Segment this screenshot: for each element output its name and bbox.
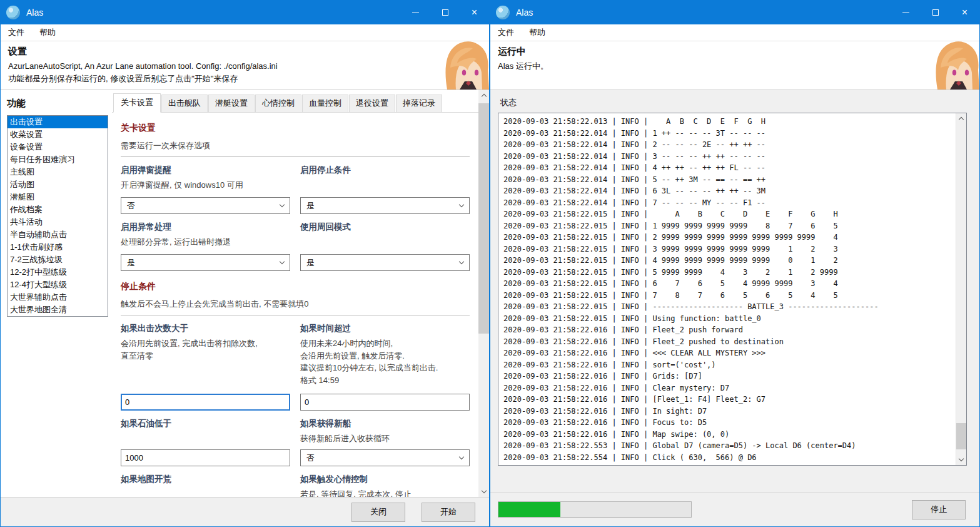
scrollbar-thumb[interactable] — [956, 423, 966, 449]
close-button[interactable]: × — [950, 1, 979, 24]
log-line: 2020-09-03 21:58:22.016 | INFO | Grids: … — [503, 371, 956, 382]
log-line: 2020-09-03 21:58:22.554 | INFO | Click (… — [503, 452, 956, 464]
settings-header: 设置 AzurLaneAutoScript, An Azur Lane auto… — [1, 41, 489, 90]
field-if-count: 如果出击次数大于 会沿用先前设置, 完成出击将扣除次数, 直至清零 — [121, 323, 290, 411]
sidebar-title: 功能 — [7, 98, 108, 110]
section-desc-stage: 需要运行一次来保存选项 — [121, 140, 470, 151]
log-output[interactable]: 2020-09-03 21:58:22.013 | INFO | A B C D… — [498, 113, 967, 466]
page-title: 设置 — [8, 46, 443, 58]
list-item[interactable]: 主线图 — [8, 166, 108, 178]
list-item[interactable]: 1-1伏击刷好感 — [8, 241, 108, 253]
tab[interactable]: 退役设置 — [349, 95, 395, 112]
window-controls: × — [401, 1, 489, 24]
maximize-button[interactable] — [921, 1, 950, 24]
log-line: 2020-09-03 21:58:22.015 | INFO | 1 9999 … — [503, 220, 956, 232]
list-item[interactable]: 设备设置 — [8, 141, 108, 153]
minimize-button[interactable] — [401, 1, 430, 24]
list-item[interactable]: 12-2打中型练级 — [8, 266, 108, 279]
tab[interactable]: 出击舰队 — [161, 95, 208, 112]
field-popup-alert: 启用弹窗提醒 开启弹窗提醒, 仅 windows10 可用 否 — [121, 165, 290, 214]
menu-help[interactable]: 帮助 — [529, 27, 545, 38]
run-status-subtitle: Alas 运行中。 — [498, 60, 934, 73]
function-list: 出击设置收菜设置设备设置每日任务困难演习主线图活动图潜艇图作战档案共斗活动半自动… — [7, 115, 108, 317]
menu-file[interactable]: 文件 — [498, 27, 514, 38]
if-count-input[interactable] — [121, 394, 290, 411]
stop-button[interactable]: 停止 — [912, 500, 966, 519]
list-item[interactable]: 12-4打大型练级 — [8, 279, 108, 291]
scrollbar-track[interactable] — [478, 101, 489, 486]
runner-titlebar[interactable]: Alas × — [490, 1, 979, 24]
minimize-icon — [902, 13, 909, 13]
log-line: 2020-09-03 21:58:22.016 | INFO | Clear m… — [503, 382, 956, 394]
log-line: 2020-09-03 21:58:22.016 | INFO | In sigh… — [503, 406, 956, 417]
list-item[interactable]: 作战档案 — [8, 203, 108, 216]
list-item[interactable]: 大世界辅助点击 — [8, 291, 108, 304]
scrollbar-thumb[interactable] — [478, 103, 489, 334]
scroll-down-icon[interactable] — [956, 454, 966, 465]
settings-footer: 关闭 开始 — [1, 497, 489, 526]
log-line: 2020-09-03 21:58:22.016 | INFO | Map swi… — [503, 429, 956, 441]
start-button[interactable]: 开始 — [422, 503, 475, 522]
list-item[interactable]: 7-2三战拣垃圾 — [8, 253, 108, 266]
if-time-input[interactable] — [300, 394, 470, 411]
close-app-button[interactable]: 关闭 — [351, 503, 405, 522]
scroll-down-icon[interactable] — [478, 486, 489, 497]
popup-alert-select[interactable]: 否 — [121, 197, 290, 214]
tab[interactable]: 掉落记录 — [396, 95, 442, 112]
settings-content: 关卡设置 需要运行一次来保存选项 启用弹窗提醒 开启弹窗提醒, 仅 window… — [112, 113, 478, 497]
avatar-image — [934, 41, 979, 90]
tab[interactable]: 关卡设置 — [113, 93, 161, 113]
maximize-icon — [442, 9, 448, 16]
list-item[interactable]: 大世界地图全清 — [8, 304, 108, 316]
scroll-up-icon[interactable] — [956, 113, 966, 124]
section-heading-stage: 关卡设置 — [121, 123, 470, 134]
if-new-ship-select[interactable]: 否 — [300, 449, 470, 466]
maximize-button[interactable] — [430, 1, 460, 24]
list-item[interactable]: 活动图 — [8, 178, 108, 191]
loop-mode-select[interactable]: 是 — [300, 254, 470, 271]
log-lines: 2020-09-03 21:58:22.013 | INFO | A B C D… — [498, 113, 956, 465]
minimize-button[interactable] — [891, 1, 921, 24]
list-item[interactable]: 共斗活动 — [8, 216, 108, 228]
stop-enable-select[interactable]: 是 — [300, 197, 470, 214]
field-stop-enable: 启用停止条件 是 — [300, 165, 470, 214]
log-line: 2020-09-03 21:58:22.014 | INFO | 6 3L --… — [503, 185, 956, 197]
log-line: 2020-09-03 21:58:22.015 | INFO | Using f… — [503, 313, 956, 325]
settings-window: Alas × 文件 帮助 设置 AzurLaneAutoScript, An A… — [0, 0, 490, 527]
if-oil-input[interactable] — [121, 449, 290, 466]
field-if-map-clear: 如果地图开荒 — [121, 474, 290, 497]
tab[interactable]: 潜艇设置 — [208, 95, 255, 112]
log-scrollbar[interactable] — [956, 113, 966, 465]
scrollbar-track[interactable] — [956, 124, 966, 454]
field-if-oil: 如果石油低于 — [121, 418, 290, 466]
close-button[interactable]: × — [460, 1, 489, 24]
settings-scrollbar[interactable] — [478, 90, 489, 497]
menu-file[interactable]: 文件 — [8, 27, 24, 38]
tab[interactable]: 血量控制 — [302, 95, 348, 112]
page-subtitle-1: AzurLaneAutoScript, An Azur Lane automat… — [8, 60, 443, 73]
window-title: Alas — [26, 8, 43, 18]
log-line: 2020-09-03 21:58:22.016 | INFO | <<< CLE… — [503, 347, 956, 359]
avatar-image — [443, 41, 489, 90]
settings-titlebar[interactable]: Alas × — [1, 1, 489, 24]
tab[interactable]: 心情控制 — [255, 95, 301, 112]
scroll-up-icon[interactable] — [478, 90, 489, 101]
list-item[interactable]: 收菜设置 — [8, 128, 108, 141]
menu-help[interactable]: 帮助 — [39, 27, 56, 38]
chevron-down-icon — [459, 202, 464, 207]
status-label: 状态 — [490, 90, 979, 113]
runner-header: 运行中 Alas 运行中。 — [490, 41, 979, 90]
field-if-emotion: 如果触发心情控制 若是, 等待回复, 完成本次, 停止 — [300, 474, 470, 497]
exception-select[interactable]: 是 — [121, 254, 290, 271]
list-item[interactable]: 出击设置 — [8, 116, 108, 128]
list-item[interactable]: 每日任务困难演习 — [8, 153, 108, 166]
log-line: 2020-09-03 21:58:22.015 | INFO | 3 9999 … — [503, 243, 956, 255]
log-line: 2020-09-03 21:58:22.016 | INFO | Fleet_2… — [503, 324, 956, 336]
window-controls: × — [891, 1, 979, 24]
log-line: 2020-09-03 21:58:22.015 | INFO | 5 9999 … — [503, 267, 956, 279]
log-line: 2020-09-03 21:58:22.014 | INFO | 4 ++ ++… — [503, 162, 956, 174]
log-line: 2020-09-03 21:58:22.016 | INFO | Focus t… — [503, 417, 956, 429]
field-if-new-ship: 如果获得新船 获得新船后进入收获循环 否 — [300, 418, 470, 466]
list-item[interactable]: 半自动辅助点击 — [8, 228, 108, 241]
list-item[interactable]: 潜艇图 — [8, 191, 108, 203]
